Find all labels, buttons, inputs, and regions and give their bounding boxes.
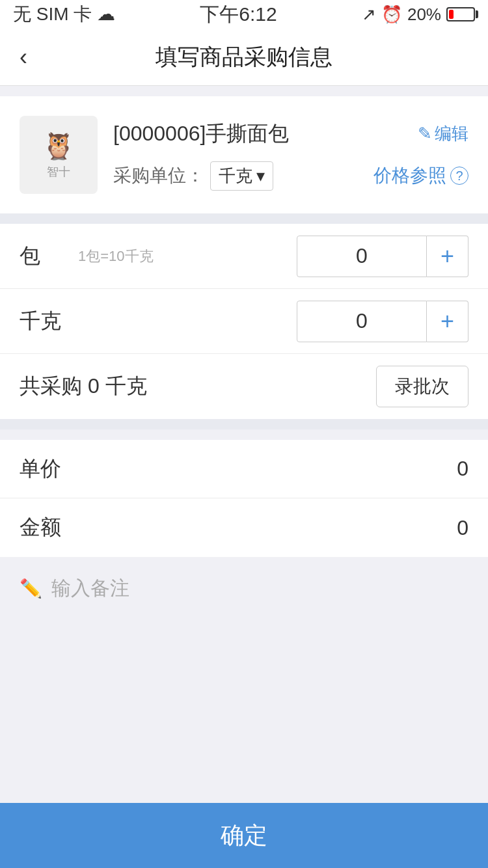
bag-quantity-input[interactable] bbox=[297, 236, 427, 277]
product-header: [0000006]手撕面包 ✎ 编辑 bbox=[113, 120, 468, 148]
edit-button[interactable]: ✎ 编辑 bbox=[418, 122, 468, 145]
status-bar: 无 SIM 卡 ☁ 下午6:12 ↗ ⏰ 20% bbox=[0, 0, 488, 29]
sim-label: 无 SIM 卡 ☁ bbox=[13, 2, 115, 27]
product-image: 🦉 智十 bbox=[20, 116, 98, 194]
section-divider-2 bbox=[0, 419, 488, 429]
unit-price-label: 单价 bbox=[20, 455, 61, 483]
page-title: 填写商品采购信息 bbox=[156, 42, 332, 72]
price-section: 单价 0 金额 0 bbox=[0, 440, 488, 557]
direction-icon: ↗ bbox=[362, 5, 376, 25]
unit-price-value: 0 bbox=[457, 457, 468, 481]
total-purchase-label: 共采购 0 千克 bbox=[20, 372, 147, 401]
product-info: [0000006]手撕面包 ✎ 编辑 采购单位： 千克 ▾ 价格参照 ? bbox=[113, 120, 468, 191]
status-time: 下午6:12 bbox=[200, 1, 277, 28]
batch-button[interactable]: 录批次 bbox=[376, 366, 468, 407]
product-logo-label: 智十 bbox=[47, 164, 70, 180]
bag-label: 包 bbox=[20, 242, 72, 271]
alarm-icon: ⏰ bbox=[381, 5, 402, 25]
product-name: [0000006]手撕面包 bbox=[113, 120, 289, 148]
summary-row: 共采购 0 千克 录批次 bbox=[0, 354, 488, 419]
unit-area: 采购单位： 千克 ▾ bbox=[113, 161, 273, 191]
kg-label: 千克 bbox=[20, 307, 72, 336]
remarks-section[interactable]: ✏️ 输入备注 bbox=[0, 557, 488, 620]
bag-plus-button[interactable]: + bbox=[427, 236, 468, 277]
bag-input-right: + bbox=[297, 236, 468, 277]
bag-sublabel: 1包=10千克 bbox=[78, 247, 297, 266]
help-icon: ? bbox=[450, 167, 468, 185]
battery-percent: 20% bbox=[407, 5, 441, 25]
unit-label: 采购单位： bbox=[113, 165, 204, 185]
product-logo-icon: 🦉 bbox=[42, 131, 75, 161]
pencil-icon: ✏️ bbox=[20, 578, 42, 599]
input-section: 包 1包=10千克 + 千克 + bbox=[0, 224, 488, 354]
nav-bar: ‹ 填写商品采购信息 bbox=[0, 29, 488, 86]
back-button[interactable]: ‹ bbox=[20, 44, 27, 71]
kg-input-row: 千克 + bbox=[0, 289, 488, 354]
confirm-button-label: 确定 bbox=[221, 820, 267, 852]
amount-value: 0 bbox=[457, 516, 468, 540]
product-footer: 采购单位： 千克 ▾ 价格参照 ? bbox=[113, 161, 468, 191]
status-right: ↗ ⏰ 20% bbox=[362, 5, 475, 25]
chevron-down-icon: ▾ bbox=[256, 166, 265, 186]
price-reference-button[interactable]: 价格参照 ? bbox=[373, 163, 468, 188]
kg-input-right: + bbox=[297, 301, 468, 342]
spacer bbox=[0, 620, 488, 803]
kg-quantity-input[interactable] bbox=[297, 301, 427, 342]
amount-row: 金额 0 bbox=[0, 498, 488, 557]
status-left: 无 SIM 卡 ☁ bbox=[13, 2, 115, 27]
battery-fill bbox=[449, 10, 454, 19]
battery-icon bbox=[446, 7, 475, 21]
bag-input-row: 包 1包=10千克 + bbox=[0, 224, 488, 289]
unit-price-row: 单价 0 bbox=[0, 440, 488, 498]
amount-label: 金额 bbox=[20, 513, 61, 542]
remarks-placeholder: 输入备注 bbox=[51, 575, 129, 602]
edit-icon: ✎ bbox=[418, 124, 432, 144]
kg-plus-button[interactable]: + bbox=[427, 301, 468, 342]
section-divider-1 bbox=[0, 213, 488, 224]
product-card: 🦉 智十 [0000006]手撕面包 ✎ 编辑 采购单位： 千克 ▾ bbox=[0, 96, 488, 213]
confirm-button[interactable]: 确定 bbox=[0, 803, 488, 868]
unit-select[interactable]: 千克 ▾ bbox=[210, 161, 273, 191]
